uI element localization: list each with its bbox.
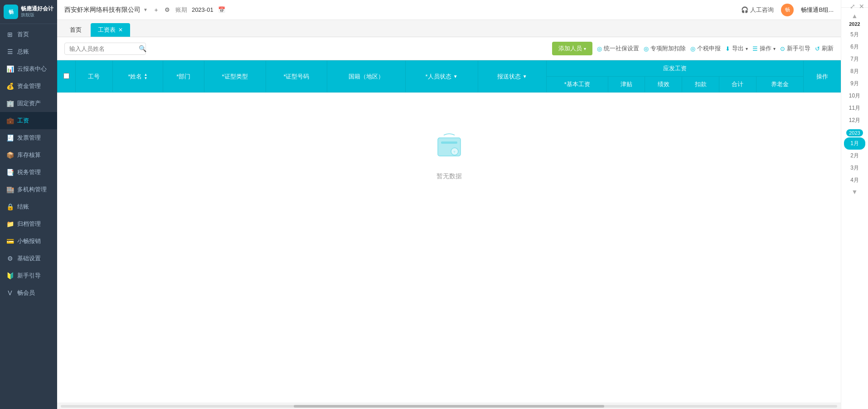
search-input[interactable] (64, 43, 146, 55)
inventory-icon: 📦 (6, 151, 14, 159)
tab-home-label: 首页 (70, 26, 82, 33)
panel-month-12[interactable]: 12月 (841, 114, 868, 127)
panel-month-7[interactable]: 7月 (841, 53, 868, 65)
sidebar-item-multi[interactable]: 🏬 多机构管理 (0, 181, 57, 198)
sidebar-label-fund: 资金管理 (17, 82, 41, 90)
export-button[interactable]: ⬇ 导出 ▾ (725, 44, 748, 53)
sidebar-item-home[interactable]: ⊞ 首页 (0, 26, 57, 43)
dropdown-arrow-icon: ▾ (584, 46, 586, 51)
sidebar-label-inventory: 库存核算 (17, 151, 41, 159)
svg-rect-3 (441, 150, 449, 152)
toolbar-left: 🔍 (64, 43, 146, 55)
checkbox-header (58, 61, 76, 93)
scroll-track (61, 405, 837, 408)
guide-icon: 🔰 (6, 272, 14, 279)
tax-declaration-label: 个税申报 (697, 44, 721, 53)
panel-month-8[interactable]: 8月 (841, 65, 868, 78)
sidebar-label-home: 首页 (17, 30, 29, 39)
expand-panel-button[interactable]: ⤢ (850, 3, 855, 10)
panel-month-10[interactable]: 10月 (841, 90, 868, 102)
sidebar-item-settings[interactable]: ⚙ 基础设置 (0, 250, 57, 267)
panel-month-1-2023[interactable]: 1月 (844, 137, 865, 150)
sidebar-item-expense[interactable]: 💳 小畅报销 (0, 233, 57, 250)
sidebar-item-member[interactable]: V 畅会员 (0, 284, 57, 302)
sidebar-item-closing[interactable]: 🔒 结账 (0, 198, 57, 215)
tab-home[interactable]: 首页 (63, 23, 89, 37)
th-name: *姓名 ▲ ▼ (112, 61, 163, 93)
panel-month-9[interactable]: 9月 (841, 78, 868, 90)
home-icon: ⊞ (6, 31, 14, 38)
sidebar-item-guide[interactable]: 🔰 新手引导 (0, 267, 57, 284)
guide-btn-icon: ⊙ (780, 45, 785, 52)
sidebar-item-invoice[interactable]: 🧾 发票管理 (0, 129, 57, 146)
add-company-button[interactable]: ＋ (153, 6, 159, 14)
tax-icon: 📑 (6, 169, 14, 176)
th-performance: 绩效 (645, 77, 682, 93)
sidebar-item-fund[interactable]: 💰 资金管理 (0, 78, 57, 95)
multi-icon: 🏬 (6, 186, 14, 193)
operate-button[interactable]: ☰ 操作 ▾ (752, 44, 776, 53)
period-label: 账期 (175, 6, 187, 14)
th-deduction: 扣款 (682, 77, 719, 93)
top-header: 西安虾米网络科技有限公司 ▼ ＋ ⚙ 账期 2023-01 📅 🎧 人工咨询 畅… (57, 0, 841, 20)
settings-button[interactable]: ⚙ (165, 6, 170, 13)
panel-month-5[interactable]: 5月 (841, 29, 868, 41)
panel-month-2-2023[interactable]: 2月 (841, 150, 868, 162)
sidebar-item-report[interactable]: 📊 云报表中心 (0, 60, 57, 78)
panel-month-6[interactable]: 6月 (841, 41, 868, 53)
svg-text:?: ? (453, 150, 456, 154)
headset-icon: 🎧 (741, 6, 748, 13)
sidebar-item-archive[interactable]: 📁 归档管理 (0, 215, 57, 233)
sidebar-item-asset[interactable]: 🏢 固定资产 (0, 95, 57, 112)
invoice-icon: 🧾 (6, 134, 14, 141)
social-insurance-button[interactable]: ◎ 统一社保设置 (597, 44, 639, 53)
fund-icon: 💰 (6, 83, 14, 90)
user-service-button[interactable]: 🎧 人工咨询 (741, 6, 774, 14)
horizontal-scrollbar[interactable] (57, 403, 841, 409)
sidebar-item-ledger[interactable]: ☰ 总账 (0, 43, 57, 60)
asset-icon: 🏢 (6, 100, 14, 107)
panel-month-4-2023[interactable]: 4月 (841, 174, 868, 186)
th-id: 工号 (76, 61, 113, 93)
sidebar-logo: 畅 畅應通好会计 旗舰版 (0, 0, 57, 24)
right-panel: ⤢ ✕ ▲ 2022 5月 6月 7月 8月 9月 10月 11月 12月 20… (841, 0, 868, 409)
close-panel-button[interactable]: ✕ (859, 3, 864, 10)
th-cert-type: *证型类型 (204, 61, 266, 93)
user-name[interactable]: 畅懂通B组... (801, 6, 834, 14)
add-employee-button[interactable]: 添加人员 ▾ (552, 42, 592, 55)
export-icon: ⬇ (725, 45, 730, 52)
deduction-button[interactable]: ◎ 专项附加扣除 (644, 44, 686, 53)
th-base-salary: *基本工资 (546, 77, 608, 93)
sidebar-label-member: 畅会员 (17, 289, 35, 297)
panel-prev-button[interactable]: ▲ (850, 10, 860, 21)
sort-arrows-name[interactable]: ▲ ▼ (144, 73, 148, 80)
empty-illustration: ? (431, 129, 467, 165)
tab-close-icon[interactable]: ✕ (118, 27, 123, 33)
sidebar-label-report: 云报表中心 (17, 65, 47, 73)
tax-declaration-button[interactable]: ◎ 个税申报 (690, 44, 721, 53)
panel-month-11[interactable]: 11月 (841, 102, 868, 114)
report-filter-icon[interactable]: ▼ (523, 74, 527, 79)
svg-rect-2 (441, 146, 452, 148)
panel-next-button[interactable]: ▼ (850, 186, 860, 197)
status-filter-icon[interactable]: ▼ (453, 74, 458, 79)
newbie-guide-button[interactable]: ⊙ 新手引导 (780, 44, 810, 53)
archive-icon: 📁 (6, 220, 14, 228)
tab-salary[interactable]: 工资表 ✕ (91, 23, 130, 37)
panel-month-3-2023[interactable]: 3月 (841, 162, 868, 174)
sidebar-item-tax[interactable]: 📑 税务管理 (0, 164, 57, 181)
social-label: 统一社保设置 (604, 44, 639, 53)
search-icon: 🔍 (139, 45, 146, 52)
empty-text: 暂无数据 (436, 172, 462, 180)
select-all-checkbox[interactable] (63, 73, 69, 79)
ledger-icon: ☰ (6, 48, 14, 55)
scroll-thumb[interactable] (294, 405, 604, 408)
sidebar-item-salary[interactable]: 💼 工资 (0, 112, 57, 129)
logo-text: 畅應通好会计 (21, 5, 53, 12)
company-selector[interactable]: 西安虾米网络科技有限公司 ▼ (64, 6, 148, 14)
sidebar-item-inventory[interactable]: 📦 库存核算 (0, 146, 57, 164)
refresh-button[interactable]: ↺ 刷新 (815, 44, 834, 53)
chevron-down-icon: ▼ (143, 7, 148, 12)
calendar-icon[interactable]: 📅 (218, 6, 225, 13)
th-report-status: 报送状态 ▼ (478, 61, 546, 93)
